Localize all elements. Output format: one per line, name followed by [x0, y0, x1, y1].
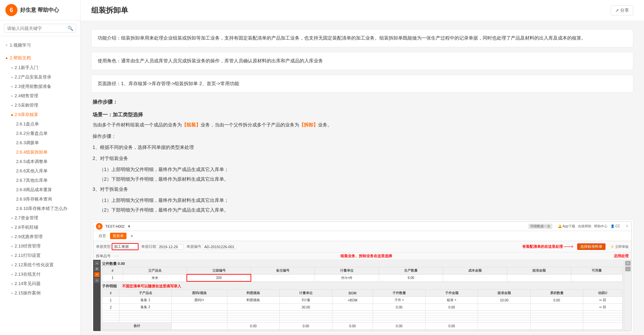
sim-right-icon-2[interactable]: ↕: [625, 267, 631, 271]
sim-sub-row-4: [102, 313, 623, 316]
search-box[interactable]: 🔍: [4, 24, 76, 33]
sim-type-label: 拆单品号: [96, 254, 111, 259]
sim-screen: 6 TEST-H002 ▼ 同期数据一次 🔔 App下载 在线帮助 帮助中心 👤…: [93, 221, 632, 331]
sim-sth-bom: BOM: [332, 290, 373, 297]
sim-left-icon-4[interactable]: ▷: [94, 278, 100, 283]
search-icon[interactable]: 🔍: [67, 25, 73, 31]
role-intro-box: 使用角色：通常由生产人员或库管人员完成拆装业务的操作，库管人员确认原材料的出库和…: [91, 52, 633, 70]
share-button[interactable]: ↗ 分享: [611, 5, 633, 15]
sidebar-item-video[interactable]: + 1.视频学习: [0, 40, 80, 50]
sidebar-sub-sales[interactable]: + 2.4销售管理: [0, 91, 80, 101]
sidebar-sub-coupon[interactable]: + 2.9优惠券管理: [0, 232, 80, 241]
sim-th-code: 父级编号: [187, 267, 251, 275]
sim-td-pqty: 9.00: [379, 274, 443, 281]
sim-td-pcost: [443, 274, 507, 281]
sidebar-sub-inventory[interactable]: ● 2.6库存核算: [0, 110, 80, 119]
sim-nav-row: 自页 新新单 ∨: [93, 231, 631, 241]
sim-th-cost: 成本金额: [443, 267, 507, 275]
sim-th-remark: 备注编号: [251, 267, 315, 275]
plus-icon-sub-5: +: [11, 103, 13, 108]
sidebar-sub-print[interactable]: + 2.11打印设置: [0, 251, 80, 260]
sim-tab-new[interactable]: 新新单: [110, 233, 126, 239]
sidebar-sub-cost-adj[interactable]: 2.6.5成本调整单: [0, 157, 80, 166]
sidebar-sub-stock-query[interactable]: 2.6.9库存账本查询: [0, 194, 80, 204]
sidebar-sub-customize[interactable]: + 2.12系统个性化设置: [0, 260, 80, 270]
sim-topbar-icons: 🔔 App下载 在线帮助 帮助中心 👤 CC: [558, 224, 620, 229]
sidebar-sub-other-out[interactable]: 2.6.7其他出库单: [0, 176, 80, 185]
sidebar-sub-stocktake[interactable]: 2.6.1盘点单: [0, 119, 80, 129]
sidebar-sub-install[interactable]: + 2.2产品安装及登录: [0, 72, 80, 82]
sim-td-pcode[interactable]: 200: [187, 274, 251, 281]
plus-icon-sub-4: +: [11, 94, 13, 99]
sidebar-nav: + 1.视频学习 ● 2.帮助文档 + 2.1新手入门 + 2.2产品安装及登录…: [0, 36, 80, 335]
sidebar-sub-ops[interactable]: + 2.10经营管理: [0, 241, 80, 251]
sim-annotation-bom: 有装配清单的在这里处理 ——>: [522, 244, 573, 249]
sidebar-sub-newbie[interactable]: + 2.1新手入门: [0, 63, 80, 72]
sim-sub-label: 子件明细: [102, 284, 117, 289]
sim-company: TEST-H002: [105, 224, 124, 228]
sim-select-bom-btn[interactable]: 选择标准料单: [577, 243, 605, 250]
search-input[interactable]: [7, 26, 67, 31]
sim-logo: 6: [96, 223, 103, 230]
sidebar-sub-other-in[interactable]: 2.6.6其他入库单: [0, 166, 80, 176]
steps-section: 操作步骤： 场景一：加工类型选择 当由多个子件材料组装成一个成品的业务为【组装】…: [91, 97, 633, 214]
sim-annotation-type-select: 组装业务、拆卸业务在这里选择: [340, 254, 392, 259]
sidebar-sub-stock-error[interactable]: 2.6.10库存账本错了怎么办: [0, 204, 80, 213]
sidebar-sub-faq[interactable]: + 2.14常见问题: [0, 279, 80, 288]
sidebar-sub-mobile[interactable]: + 2.8手机旺铺: [0, 223, 80, 232]
sim-parent-row-1: 1 米米 200 件/±+件 9.00: [102, 274, 623, 281]
sim-tab-more[interactable]: ∨: [128, 233, 136, 239]
sim-sth-accum: 累积数量: [530, 290, 583, 297]
step-2: 2、对于组装业务: [93, 154, 632, 163]
plus-icon-sub-2: +: [11, 75, 13, 80]
step-1: 1、根据不同的业务，选择不同单据的类型来处理: [93, 143, 632, 152]
sidebar-item-help-docs[interactable]: ● 2.帮助文档: [0, 53, 80, 63]
sidebar-sub-partial-stocktake[interactable]: 2.6.2分量盘点单: [0, 129, 80, 138]
sim-right-icon-1[interactable]: ⊞: [625, 261, 631, 266]
sidebar-sub-transfer[interactable]: 2.6.3调拨单: [0, 138, 80, 148]
sim-save-btn[interactable]: ⚡ 立即审核: [610, 244, 629, 249]
sim-sub-table: # 子产品名 图码/规格 料图规格 计量单位 BOM 子件数量 子件金额 核准金…: [102, 289, 623, 330]
sim-sth-subamt: 子件金额: [425, 290, 478, 297]
sim-tab-home[interactable]: 自页: [96, 233, 109, 239]
sim-value-type[interactable]: 加工单据: [112, 243, 139, 250]
sim-left-icon-3[interactable]: ✦: [94, 272, 100, 277]
sim-sku-input[interactable]: [114, 256, 119, 257]
screenshot-container: 6 TEST-H002 ▼ 同期数据一次 🔔 App下载 在线帮助 帮助中心 👤…: [91, 220, 633, 333]
sim-sth-ops: 动因U: [583, 290, 622, 297]
main-content: 功能介绍：组装拆卸单用来处理企业组装或拆卸等加工业务，支持有固定装配清单的产品加…: [80, 21, 644, 335]
sim-td-pavail: [571, 274, 622, 281]
steps-label: 操作步骤：: [93, 132, 632, 141]
plus-icon-sub-13: +: [11, 272, 13, 277]
sim-field-date: 单据日期 2019-12-26: [141, 244, 184, 249]
scenario1-intro: 当由多个子件材料组装成一个成品的业务为【组装】业务，当由一个父件拆分成多个子产品…: [93, 121, 632, 129]
minus-icon-2: ●: [5, 56, 8, 60]
sim-td-papprove: [507, 274, 571, 281]
sidebar-sub-data-prep[interactable]: + 2.3使用前数据准备: [0, 82, 80, 91]
sidebar-sub-finance[interactable]: + 2.7资金管理: [0, 213, 80, 223]
sidebar-sub-payment[interactable]: + 2.13在线支付: [0, 270, 80, 279]
sidebar-header: 6 好生意 帮助中心: [0, 0, 80, 20]
sim-sync-btn[interactable]: 同期数据一次: [528, 224, 552, 229]
sim-value-date[interactable]: 2019-12-26: [157, 244, 184, 249]
sim-left-icon-1[interactable]: ≡: [94, 261, 100, 266]
sim-sub-footer: 合计 0.00 0.00 0.00 0.00 0.00: [102, 323, 623, 330]
sim-label-type: 单据类型: [96, 244, 111, 249]
sim-sub-label-row: 子件明细 不固定清单可以随便在这里填写录入: [102, 284, 623, 289]
sim-sth-unit: 计量单位: [280, 290, 332, 297]
sidebar-sub-cost-recalc[interactable]: 2.6.8商品成本重算: [0, 185, 80, 194]
sidebar-sub-cases[interactable]: + 2.15操作案例: [0, 288, 80, 298]
sim-type-row: 拆单品号 组装业务、拆卸业务在这里选择 启用处理: [93, 253, 631, 260]
sim-right-strip: ⊞ ↕: [624, 260, 631, 331]
sim-th-approve: 核准金额: [507, 267, 571, 275]
sidebar-sub-purchase[interactable]: + 2.5采购管理: [0, 101, 80, 110]
plus-icon-sub-9: +: [11, 234, 13, 239]
sim-th-avail: 可用量: [571, 267, 622, 275]
sim-sth-approve: 核准金额: [478, 290, 531, 297]
sim-parent-label: 父件数量 0.00: [102, 261, 623, 266]
page-title: 组装拆卸单: [91, 5, 128, 15]
sidebar-sub-assembly[interactable]: 2.6.4组装拆卸单: [0, 148, 80, 157]
sim-close-icon[interactable]: ✕: [626, 224, 629, 228]
sim-left-icon-2[interactable]: ⊞: [94, 267, 100, 271]
sim-td-idx: 1: [102, 274, 123, 281]
